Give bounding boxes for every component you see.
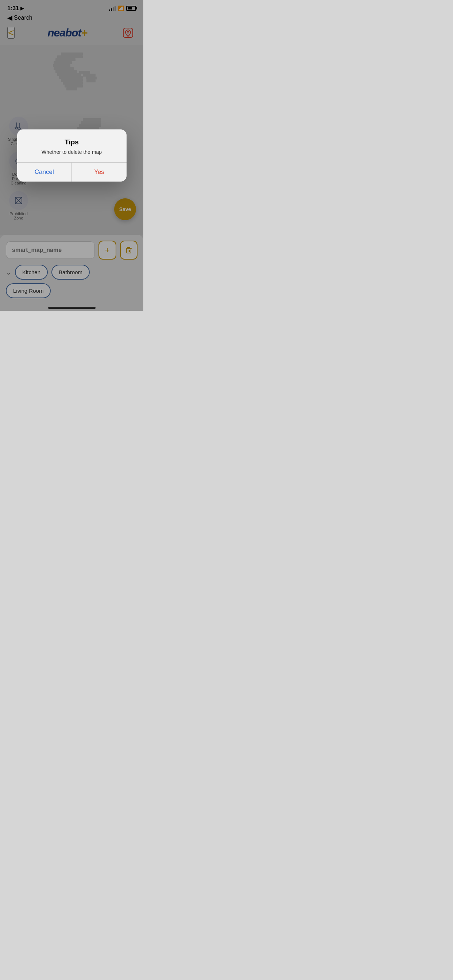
modal-buttons: Cancel Yes <box>17 162 126 181</box>
modal-yes-button[interactable]: Yes <box>72 162 126 181</box>
modal-title: Tips <box>24 138 119 146</box>
modal-cancel-button[interactable]: Cancel <box>17 162 72 181</box>
modal-dialog: Tips Whether to delete the map Cancel Ye… <box>17 129 126 181</box>
modal-overlay: Tips Whether to delete the map Cancel Ye… <box>0 0 144 310</box>
modal-content: Tips Whether to delete the map <box>17 129 126 155</box>
modal-message: Whether to delete the map <box>24 149 119 155</box>
